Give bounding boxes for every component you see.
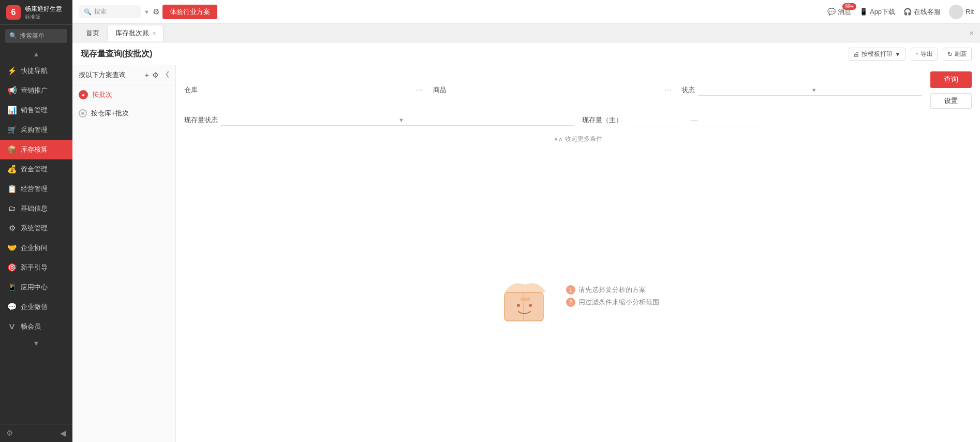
product-more-icon[interactable]: ··· [662,85,673,95]
status-select[interactable]: ▼ [698,85,922,96]
topbar: 🔍 搜索 ▼ ⚙ 体验行业方案 💬 消息 99+ 📱 App下载 🎧 在线客服 [72,0,980,24]
left-panel-header: 按以下方案查询 + ⚙ 《 [72,65,175,85]
page-actions: 🖨 按模板打印 ▼ ↑ 导出 ↻ 刷新 [849,48,972,61]
product-input[interactable] [450,84,659,96]
plan-settings-icon[interactable]: ⚙ [152,71,159,79]
scroll-down-btn[interactable]: ▼ [0,336,72,350]
refresh-btn[interactable]: ↻ 刷新 [943,48,972,61]
topbar-search-icon: 🔍 [84,8,92,16]
status-dropdown-icon: ▼ [811,87,919,93]
empty-state: 1 请先选择要分析的方案 2 用过滤条件来缩小分析范围 [497,269,659,326]
stock-qty-filter: 现存量（主） — [582,114,972,126]
sidebar-logo: 6 [6,5,21,20]
sidebar-header: 6 畅康通好生意 标准版 [0,0,72,25]
plan-item-batch[interactable]: ● 按批次 [72,85,175,104]
right-panel: 仓库 ··· 商品 ··· 状态 ▼ [176,65,980,442]
warehouse-more-icon[interactable]: ··· [413,85,424,95]
app-download-icon: 📱 [859,8,868,16]
query-button[interactable]: 查询 [930,71,972,88]
stock-status-select[interactable]: ▼ [221,115,574,126]
quick-nav-icon: ⚡ [7,66,17,76]
tab-home[interactable]: 首页 [79,25,107,41]
sidebar-item-basic[interactable]: 🗂 基础信息 [0,199,72,218]
topbar-chevron-icon[interactable]: ▼ [144,9,150,15]
tab-close-icon[interactable]: × [153,30,156,36]
sidebar-item-system[interactable]: ⚙ 系统管理 [0,218,72,238]
sidebar-brand-text: 畅康通好生意 标准版 [25,5,62,20]
filter-row-1: 仓库 ··· 商品 ··· 状态 ▼ [184,71,972,109]
stock-qty-min-input[interactable] [626,114,688,126]
sidebar-item-enterprise[interactable]: 🤝 企业协同 [0,238,72,258]
main-content: 🔍 搜索 ▼ ⚙ 体验行业方案 💬 消息 99+ 📱 App下载 🎧 在线客服 [72,0,980,442]
product-filter: 商品 ··· [433,84,674,96]
topbar-search-box[interactable]: 🔍 搜索 [79,5,141,18]
topbar-right: 💬 消息 99+ 📱 App下载 🎧 在线客服 Rit [827,5,974,19]
plan-active-dot: ● [79,90,88,99]
sidebar-item-sales[interactable]: 📊 销售管理 [0,100,72,120]
collapse-panel-icon[interactable]: 《 [162,70,169,80]
refresh-icon: ↻ [947,51,953,58]
sidebar-item-inventory[interactable]: 📦 库存核算 [0,140,72,159]
trial-button[interactable]: 体验行业方案 [162,5,217,19]
wechat-icon: 💬 [7,302,17,312]
plan-item-warehouse-batch[interactable]: 按仓库+批次 [72,104,175,123]
page-title: 现存量查询(按批次) [81,49,153,60]
marketing-icon: 📢 [7,86,17,95]
sidebar-item-finance[interactable]: 💰 资金管理 [0,159,72,179]
export-btn[interactable]: ↑ 导出 [911,48,938,61]
basic-icon: 🗂 [7,204,17,213]
operation-icon: 📋 [7,184,17,194]
sidebar-item-wechat[interactable]: 💬 企业微信 [0,297,72,317]
filter-row-2: 现存量状态 ▼ 现存量（主） — [184,114,972,126]
user-avatar-btn[interactable]: Rit [949,5,974,19]
left-panel-icons: + ⚙ 《 [145,70,169,80]
add-plan-icon[interactable]: + [145,71,149,79]
svg-rect-3 [521,298,530,301]
sidebar-search[interactable]: 🔍 搜索菜单 [5,29,67,43]
finance-icon: 💰 [7,165,17,174]
print-btn[interactable]: 🖨 按模板打印 ▼ [849,48,905,61]
sidebar-item-purchase[interactable]: 🛒 采购管理 [0,120,72,140]
sidebar-item-quick-nav[interactable]: ⚡ 快捷导航 [0,61,72,81]
warehouse-input[interactable] [201,84,410,96]
stock-status-filter: 现存量状态 ▼ [184,115,574,126]
status-filter: 状态 ▼ [681,85,922,96]
export-icon: ↑ [915,51,918,58]
settings-footer-icon[interactable]: ⚙ [6,429,13,438]
app-download-btn[interactable]: 📱 App下载 [859,7,895,17]
stock-qty-max-input[interactable] [701,114,763,126]
inventory-icon: 📦 [7,145,17,154]
sidebar-item-operation[interactable]: 📋 经营管理 [0,179,72,199]
sidebar-item-marketing[interactable]: 📢 营销推广 [0,81,72,100]
sidebar: 6 畅康通好生意 标准版 🔍 搜索菜单 ▲ ⚡ 快捷导航 📢 营销推广 📊 销售… [0,0,72,442]
sidebar-footer: ⚙ ◀ [0,424,72,442]
collapse-sidebar-icon[interactable]: ◀ [60,429,66,438]
collapse-more-btn[interactable]: ∧∧ 收起更多条件 [184,131,972,146]
messages-btn[interactable]: 💬 消息 99+ [827,7,851,17]
page-header: 现存量查询(按批次) 🖨 按模板打印 ▼ ↑ 导出 ↻ 刷新 [72,42,980,65]
tab-panel-close-btn[interactable]: × [969,28,974,37]
scroll-up-btn[interactable]: ▲ [0,47,72,61]
empty-tips: 1 请先选择要分析的方案 2 用过滤条件来缩小分析范围 [566,285,659,310]
sidebar-item-app[interactable]: 📱 应用中心 [0,277,72,297]
svg-point-5 [529,304,532,307]
online-service-btn[interactable]: 🎧 在线客服 [903,7,941,17]
tab-inventory-batch[interactable]: 库存批次账 × [108,25,164,41]
empty-illustration [497,269,554,326]
plan-inactive-dot [79,109,87,117]
settings-button[interactable]: 设置 [930,93,972,109]
print-dropdown-icon[interactable]: ▼ [895,51,901,58]
newbie-icon: 🎯 [7,263,17,272]
sidebar-item-vip[interactable]: V 畅会员 [0,317,72,336]
print-icon: 🖨 [853,51,859,58]
message-icon: 💬 [827,8,836,16]
purchase-icon: 🛒 [7,125,17,135]
sidebar-item-newbie[interactable]: 🎯 新手引导 [0,258,72,277]
content-area: 按以下方案查询 + ⚙ 《 ● 按批次 按仓库+批次 [72,65,980,442]
topbar-gear-icon[interactable]: ⚙ [153,7,159,17]
messages-badge: 99+ [842,3,856,10]
filter-area: 仓库 ··· 商品 ··· 状态 ▼ [176,65,980,153]
left-panel: 按以下方案查询 + ⚙ 《 ● 按批次 按仓库+批次 [72,65,176,442]
vip-icon: V [7,322,17,331]
topbar-left: 🔍 搜索 ▼ ⚙ 体验行业方案 [79,5,823,19]
